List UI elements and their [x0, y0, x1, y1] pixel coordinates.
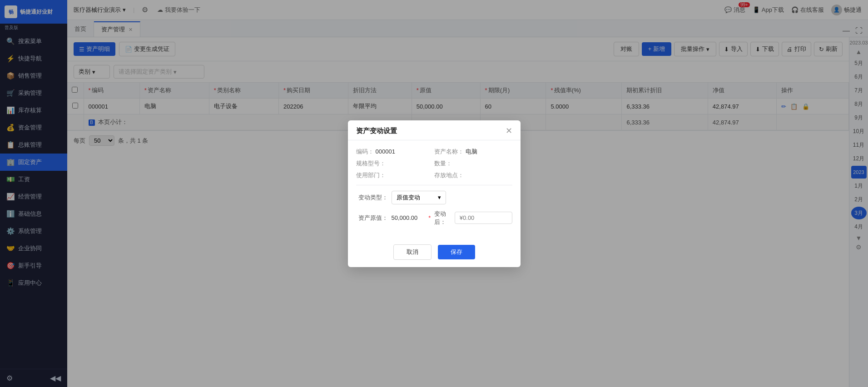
code-label: 编码： [356, 148, 374, 156]
spec-label: 规格型号： [356, 159, 386, 168]
modal-footer: 取消 保存 [348, 239, 521, 267]
modal-code-field: 编码： 000001 [356, 148, 434, 156]
after-value-input[interactable] [455, 212, 512, 224]
save-button[interactable]: 保存 [438, 245, 475, 259]
modal-location-field: 存放地点： [434, 171, 512, 179]
department-label: 使用部门： [356, 171, 386, 179]
original-value-label: 资产原值： [356, 214, 388, 222]
change-type-label: 变动类型： [356, 194, 388, 202]
asset-name-value: 电脑 [466, 148, 477, 156]
original-value-display: 50,000.00 [392, 214, 418, 221]
modal-body: 编码： 000001 资产名称： 电脑 规格型号： 数量： 使用部门： [348, 140, 521, 239]
change-type-select[interactable]: 原值变动 ▾ [392, 191, 446, 204]
cancel-button[interactable]: 取消 [393, 244, 432, 260]
asset-name-label: 资产名称： [434, 148, 464, 156]
change-type-value: 原值变动 [397, 194, 420, 202]
chevron-down-icon: ▾ [438, 194, 441, 201]
modal-title: 资产变动设置 [356, 127, 397, 135]
modal-overlay: 资产变动设置 ✕ 编码： 000001 资产名称： 电脑 规格型号： 数 [0, 0, 868, 387]
modal-info-grid: 编码： 000001 资产名称： 电脑 规格型号： 数量： 使用部门： [356, 148, 512, 185]
quantity-label: 数量： [434, 159, 452, 168]
modal-spec-field: 规格型号： [356, 159, 434, 168]
code-value: 000001 [376, 148, 395, 155]
modal-value-row: 资产原值： 50,000.00 * 变动后： [356, 210, 512, 226]
modal-change-type-row: 变动类型： 原值变动 ▾ [356, 191, 512, 204]
modal-close-button[interactable]: ✕ [506, 127, 512, 135]
modal-department-field: 使用部门： [356, 171, 434, 179]
after-label: 变动后： [434, 210, 449, 226]
location-label: 存放地点： [434, 171, 464, 179]
asset-change-modal: 资产变动设置 ✕ 编码： 000001 资产名称： 电脑 规格型号： 数 [348, 120, 521, 267]
modal-header: 资产变动设置 ✕ [348, 120, 521, 140]
required-star: * [428, 214, 431, 221]
modal-asset-name-field: 资产名称： 电脑 [434, 148, 512, 156]
modal-quantity-field: 数量： [434, 159, 512, 168]
